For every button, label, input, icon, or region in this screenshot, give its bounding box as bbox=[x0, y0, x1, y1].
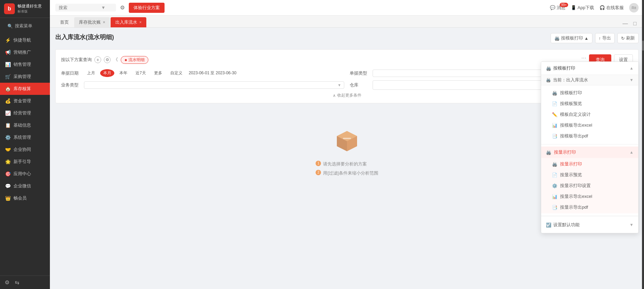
sidebar-item-sales-label: 销售管理 bbox=[13, 61, 31, 68]
message-item[interactable]: 💬 消息 99+ bbox=[550, 5, 565, 11]
export-button[interactable]: ↑ 导出 bbox=[595, 33, 615, 43]
sidebar-item-member[interactable]: 👑 畅会员 bbox=[0, 192, 50, 204]
tab-inventory-flow-close-icon[interactable]: × bbox=[139, 20, 142, 25]
template-preview-item[interactable]: 📄 按模板预览 bbox=[541, 98, 638, 109]
collapse-sidebar-icon[interactable]: ⇆ bbox=[15, 279, 19, 286]
template-export-pdf-label: 按模板导出pdf bbox=[560, 133, 588, 139]
refresh-button[interactable]: ↻ 刷新 bbox=[617, 33, 639, 43]
business-type-select[interactable]: ▼ bbox=[84, 81, 344, 89]
sidebar-item-wechat[interactable]: 💬 企业微信 bbox=[0, 180, 50, 192]
display-print-settings-item[interactable]: ⚙️ 按显示打印设置 bbox=[541, 180, 638, 191]
display-preview-icon: 📄 bbox=[552, 172, 557, 178]
display-export-excel-icon: 📊 bbox=[552, 194, 557, 199]
display-print-settings-icon: ⚙️ bbox=[552, 183, 557, 188]
template-customize-icon: ✏️ bbox=[552, 112, 557, 117]
top-header: ▼ ⚙ 体验行业方案 💬 消息 99+ 📱 App下载 🎧 在线客服 bbox=[50, 0, 644, 16]
date-custom-btn[interactable]: 自定义 bbox=[167, 69, 185, 77]
filter-tag[interactable]: ● 流水明细 bbox=[121, 56, 148, 64]
step-2-text: 用[过滤]条件来缩小分析范围 bbox=[323, 169, 378, 177]
sidebar-item-marketing[interactable]: 📢 营销推广 bbox=[0, 46, 50, 58]
enterprise-icon: 🤝 bbox=[5, 147, 11, 153]
filter-tag-icon: ● bbox=[124, 57, 127, 62]
date-this-year-btn[interactable]: 本年 bbox=[116, 69, 130, 77]
export-icon: ↑ bbox=[599, 36, 601, 41]
user-profile-item[interactable]: Rit bbox=[629, 3, 639, 12]
trial-button[interactable]: 体验行业方案 bbox=[129, 3, 165, 13]
app-download-item[interactable]: 📱 App下载 bbox=[571, 5, 594, 11]
page-title: 出入库流水(流水明细) bbox=[55, 33, 114, 41]
current-dropdown-icon[interactable]: ▼ bbox=[630, 78, 634, 82]
tabs-left: 首页 库存批次账 × 出入库流水 × bbox=[55, 17, 146, 27]
header-gear-icon[interactable]: ⚙ bbox=[120, 4, 125, 11]
settings-footer-icon[interactable]: ⚙ bbox=[5, 279, 9, 286]
display-print-collapse-icon[interactable]: ▲ bbox=[630, 150, 634, 155]
sidebar-item-quick-nav[interactable]: ⚡ 快捷导航 bbox=[0, 34, 50, 46]
tab-home[interactable]: 首页 bbox=[55, 17, 74, 27]
display-export-pdf-item[interactable]: 📑 按显示导出pdf bbox=[541, 202, 638, 213]
template-print-icon: 🖨️ bbox=[552, 90, 557, 96]
sidebar-item-guide[interactable]: 🌟 新手引导 bbox=[0, 156, 50, 168]
tab-maximize-button[interactable]: □ bbox=[631, 20, 639, 27]
online-service-item[interactable]: 🎧 在线客服 bbox=[599, 5, 624, 11]
tab-inventory-flow-label: 出入库流水 bbox=[115, 19, 137, 25]
sidebar-item-basic-label: 基础信息 bbox=[13, 122, 31, 128]
filter-collapse-icon[interactable]: 《 bbox=[113, 57, 118, 63]
date-range-display: 2023-06-01 至 2023-06-30 bbox=[189, 70, 236, 76]
sidebar-item-member-label: 畅会员 bbox=[13, 195, 27, 201]
template-export-pdf-item[interactable]: 📑 按模板导出pdf bbox=[541, 131, 638, 141]
display-print-header[interactable]: 🖨️ 按显示打印 ▲ bbox=[541, 147, 638, 158]
filter-settings-button[interactable]: ⚙ bbox=[104, 56, 111, 63]
filter-add-button[interactable]: + bbox=[94, 56, 101, 63]
header-search-bar[interactable]: ▼ bbox=[55, 4, 116, 11]
app-center-icon: 🎯 bbox=[5, 171, 11, 177]
template-customize-label: 模板自定义设计 bbox=[560, 111, 591, 117]
template-export-excel-icon: 📊 bbox=[552, 123, 557, 128]
online-service-icon: 🎧 bbox=[599, 5, 605, 10]
sidebar-item-enterprise[interactable]: 🤝 企业协同 bbox=[0, 143, 50, 156]
tab-inventory-flow[interactable]: 出入库流水 × bbox=[111, 17, 146, 27]
template-print-item[interactable]: 🖨️ 按模板打印 bbox=[541, 87, 638, 98]
template-preview-icon: 📄 bbox=[552, 101, 557, 106]
date-more-btn[interactable]: 更多 bbox=[151, 69, 165, 77]
tab-inventory-batch[interactable]: 库存批次账 × bbox=[74, 17, 110, 27]
display-export-pdf-label: 按显示导出pdf bbox=[560, 204, 588, 210]
display-print-section-label: 按显示打印 bbox=[554, 149, 576, 155]
sidebar-item-finance[interactable]: 💰 资金管理 bbox=[0, 95, 50, 107]
sidebar-item-inventory[interactable]: 🏠 库存核算 bbox=[0, 83, 50, 95]
set-default-item[interactable]: ☑️ 设置默认功能 ▼ bbox=[546, 219, 634, 230]
search-menu-item[interactable]: 🔍 搜索菜单 bbox=[4, 21, 46, 31]
date-7days-btn[interactable]: 近7天 bbox=[133, 69, 149, 77]
header-left: ▼ ⚙ 体验行业方案 bbox=[55, 3, 546, 13]
sidebar-item-sales[interactable]: 📊 销售管理 bbox=[0, 58, 50, 71]
dropdown-collapse-icon[interactable]: ▲ bbox=[630, 66, 634, 71]
tab-inventory-batch-close-icon[interactable]: × bbox=[103, 20, 105, 25]
set-default-arrow-icon[interactable]: ▼ bbox=[630, 222, 634, 227]
dropdown-divider-2 bbox=[541, 215, 638, 216]
print-template-button[interactable]: 🖨️ 按模板打印 ▲ bbox=[551, 33, 592, 43]
date-options: 上月 本月 本年 近7天 更多 自定义 2023-06-01 至 2023-06… bbox=[84, 69, 236, 77]
search-dropdown-arrow-icon[interactable]: ▼ bbox=[101, 5, 106, 10]
sidebar-item-operations[interactable]: 📈 经营管理 bbox=[0, 107, 50, 119]
search-menu-label: 搜索菜单 bbox=[15, 23, 32, 29]
display-print-item[interactable]: 🖨️ 按显示打印 bbox=[541, 159, 638, 169]
dropdown-divider-1 bbox=[541, 144, 638, 144]
sidebar-search[interactable]: 🔍 搜索菜单 bbox=[0, 18, 50, 34]
tab-minimize-button[interactable]: — bbox=[620, 20, 630, 27]
sidebar-item-app-center[interactable]: 🎯 应用中心 bbox=[0, 168, 50, 180]
collapse-button[interactable]: ∧ 收起更多条件 bbox=[333, 93, 361, 98]
template-export-excel-item[interactable]: 📊 按模板导出excel bbox=[541, 120, 638, 131]
sidebar-item-system[interactable]: ⚙️ 系统管理 bbox=[0, 131, 50, 143]
display-preview-label: 按显示预览 bbox=[560, 172, 582, 178]
sidebar-item-purchase[interactable]: 🛒 采购管理 bbox=[0, 71, 50, 83]
header-search-input[interactable] bbox=[59, 5, 99, 10]
sidebar-item-basic[interactable]: 📋 基础信息 bbox=[0, 119, 50, 131]
display-preview-item[interactable]: 📄 按显示预览 bbox=[541, 169, 638, 180]
section-display-print: 🖨️ 按显示打印 ▲ 🖨️ 按显示打印 📄 按显示预览 bbox=[541, 145, 638, 215]
sidebar: b 畅捷通好生意 标准版 🔍 搜索菜单 ⚡ 快捷导航 📢 营销推广 bbox=[0, 0, 50, 289]
empty-steps: 1 请先选择要分析的方案 2 用[过滤]条件来缩小分析范围 bbox=[316, 160, 378, 179]
display-export-excel-item[interactable]: 📊 按显示导出excel bbox=[541, 191, 638, 202]
dropdown-title: 🖨️ 按模板打印 bbox=[546, 65, 575, 71]
template-customize-item[interactable]: ✏️ 模板自定义设计 bbox=[541, 109, 638, 120]
date-last-month-btn[interactable]: 上月 bbox=[84, 69, 98, 77]
date-this-month-btn[interactable]: 本月 bbox=[100, 69, 114, 77]
